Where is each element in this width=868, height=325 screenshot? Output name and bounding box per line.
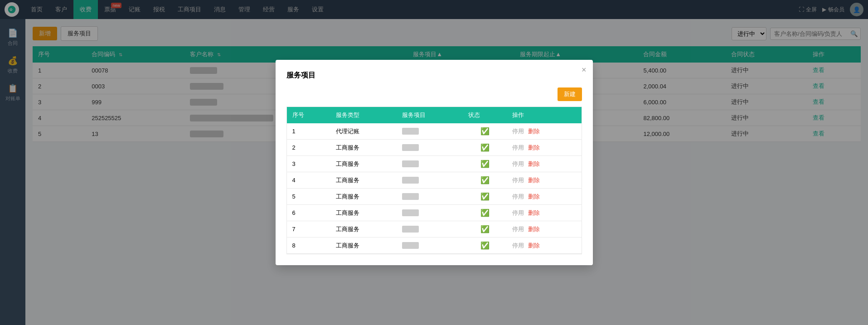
- status-check-icon: ✅: [480, 209, 490, 217]
- status-check-icon: ✅: [480, 193, 490, 200]
- modal-cell-no: 7: [287, 221, 330, 238]
- modal-cell-status: ✅: [463, 221, 506, 238]
- status-check-icon: ✅: [480, 176, 490, 184]
- modal-cell-action: 停用 删除: [507, 123, 582, 140]
- modal-table-row: 5 工商服务 ✅ 停用 删除: [287, 189, 582, 205]
- modal-cell-action: 停用 删除: [507, 156, 582, 172]
- modal-table: 序号 服务类型 服务项目 状态 操作 1 代理记账 ✅ 停用 删除 2 工商服务: [287, 107, 582, 254]
- stop-button[interactable]: 停用: [512, 160, 524, 167]
- modal-cell-type: 工商服务: [330, 221, 397, 238]
- modal-cell-type: 代理记账: [330, 123, 397, 140]
- modal-cell-item: [397, 238, 463, 254]
- stop-button[interactable]: 停用: [512, 177, 524, 184]
- stop-button[interactable]: 停用: [512, 128, 524, 135]
- modal-col-status: 状态: [463, 107, 506, 123]
- modal-cell-action: 停用 删除: [507, 189, 582, 205]
- modal-cell-action: 停用 删除: [507, 140, 582, 156]
- modal-cell-status: ✅: [463, 238, 506, 254]
- delete-button[interactable]: 删除: [528, 209, 540, 216]
- stop-button[interactable]: 停用: [512, 226, 524, 233]
- modal-cell-no: 2: [287, 140, 330, 156]
- modal-cell-status: ✅: [463, 205, 506, 221]
- modal-cell-action: 停用 删除: [507, 172, 582, 189]
- status-check-icon: ✅: [480, 242, 490, 249]
- delete-button[interactable]: 删除: [528, 160, 540, 167]
- modal-cell-item: [397, 189, 463, 205]
- modal-cell-type: 工商服务: [330, 140, 397, 156]
- modal-cell-type: 工商服务: [330, 238, 397, 254]
- modal-table-row: 2 工商服务 ✅ 停用 删除: [287, 140, 582, 156]
- modal-table-header: 序号 服务类型 服务项目 状态 操作: [287, 107, 582, 123]
- status-check-icon: ✅: [480, 225, 490, 233]
- delete-button[interactable]: 删除: [528, 144, 540, 151]
- delete-button[interactable]: 删除: [528, 177, 540, 184]
- modal-table-body: 1 代理记账 ✅ 停用 删除 2 工商服务 ✅ 停用 删除 3 工商服务 ✅ 停…: [287, 123, 582, 254]
- stop-button[interactable]: 停用: [512, 193, 524, 200]
- modal-cell-item: [397, 172, 463, 189]
- modal-col-item: 服务项目: [397, 107, 463, 123]
- status-check-icon: ✅: [480, 160, 490, 168]
- stop-button[interactable]: 停用: [512, 209, 524, 216]
- modal-table-row: 4 工商服务 ✅ 停用 删除: [287, 172, 582, 189]
- delete-button[interactable]: 删除: [528, 128, 540, 135]
- modal-col-action: 操作: [507, 107, 582, 123]
- modal-cell-status: ✅: [463, 156, 506, 172]
- modal-table-row: 1 代理记账 ✅ 停用 删除: [287, 123, 582, 140]
- modal-cell-type: 工商服务: [330, 156, 397, 172]
- delete-button[interactable]: 删除: [528, 193, 540, 200]
- modal-cell-status: ✅: [463, 140, 506, 156]
- modal-cell-type: 工商服务: [330, 205, 397, 221]
- status-check-icon: ✅: [480, 144, 490, 151]
- modal-cell-item: [397, 205, 463, 221]
- modal-cell-type: 工商服务: [330, 189, 397, 205]
- modal-table-row: 7 工商服务 ✅ 停用 删除: [287, 221, 582, 238]
- stop-button[interactable]: 停用: [512, 144, 524, 151]
- modal: × 服务项目 新建 序号 服务类型 服务项目 状态 操作 1 代理记账: [276, 60, 593, 265]
- modal-cell-no: 6: [287, 205, 330, 221]
- modal-table-row: 8 工商服务 ✅ 停用 删除: [287, 238, 582, 254]
- modal-col-type: 服务类型: [330, 107, 397, 123]
- modal-cell-no: 5: [287, 189, 330, 205]
- modal-close-button[interactable]: ×: [582, 65, 587, 75]
- modal-col-no: 序号: [287, 107, 330, 123]
- modal-cell-no: 4: [287, 172, 330, 189]
- modal-cell-item: [397, 123, 463, 140]
- modal-cell-item: [397, 156, 463, 172]
- modal-cell-action: 停用 删除: [507, 221, 582, 238]
- modal-new-button[interactable]: 新建: [558, 87, 582, 101]
- modal-cell-action: 停用 删除: [507, 238, 582, 254]
- stop-button[interactable]: 停用: [512, 242, 524, 249]
- modal-cell-action: 停用 删除: [507, 205, 582, 221]
- modal-cell-item: [397, 221, 463, 238]
- modal-table-row: 6 工商服务 ✅ 停用 删除: [287, 205, 582, 221]
- modal-cell-status: ✅: [463, 172, 506, 189]
- modal-table-row: 3 工商服务 ✅ 停用 删除: [287, 156, 582, 172]
- modal-title: 服务项目: [286, 71, 582, 80]
- modal-cell-no: 3: [287, 156, 330, 172]
- modal-cell-no: 1: [287, 123, 330, 140]
- modal-cell-no: 8: [287, 238, 330, 254]
- modal-overlay[interactable]: × 服务项目 新建 序号 服务类型 服务项目 状态 操作 1 代理记账: [0, 0, 868, 325]
- status-check-icon: ✅: [480, 127, 490, 135]
- modal-cell-status: ✅: [463, 189, 506, 205]
- delete-button[interactable]: 删除: [528, 226, 540, 233]
- modal-cell-type: 工商服务: [330, 172, 397, 189]
- modal-cell-item: [397, 140, 463, 156]
- delete-button[interactable]: 删除: [528, 242, 540, 249]
- modal-table-wrap: 序号 服务类型 服务项目 状态 操作 1 代理记账 ✅ 停用 删除 2 工商服务: [286, 107, 582, 254]
- modal-toolbar: 新建: [286, 87, 582, 101]
- modal-cell-status: ✅: [463, 123, 506, 140]
